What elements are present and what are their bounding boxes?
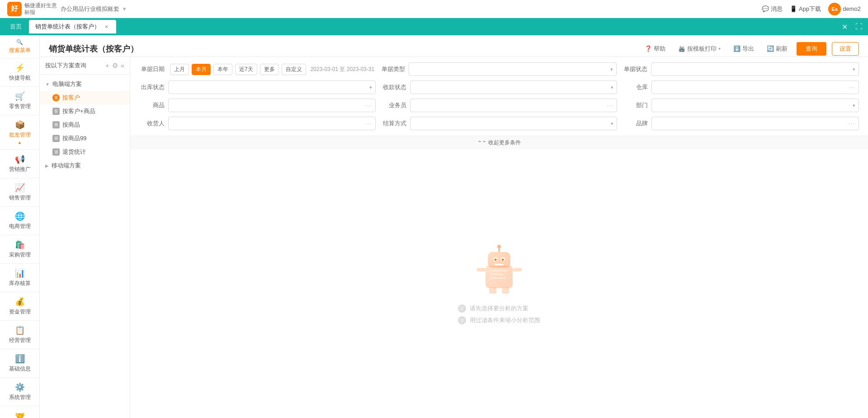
sidebar-item-cooperation[interactable]: 🤝 企业协同 bbox=[0, 406, 39, 418]
logo-icon: 好 bbox=[7, 2, 22, 16]
tree-item-return-stats[interactable]: 退 退货统计 bbox=[40, 145, 130, 159]
sidebar-item-search[interactable]: 🔍 搜索菜单 bbox=[0, 35, 39, 58]
goods-label: 商品 bbox=[139, 101, 165, 109]
operations-icon: 📋 bbox=[15, 325, 25, 335]
collapse-panel-icon[interactable]: « bbox=[121, 62, 124, 70]
query-button[interactable]: 查询 bbox=[797, 42, 826, 56]
bill-status-select[interactable]: ▾ bbox=[651, 62, 859, 76]
receive-status-select[interactable]: ▾ bbox=[410, 81, 618, 94]
tree-group-mobile[interactable]: ▶ 移动端方案 bbox=[40, 159, 130, 172]
filter-row-1: 单据日期 上月 本月 本年 近7天 更多 自定义 2023-03-01 至 20… bbox=[139, 62, 859, 76]
page-title: 销货单统计表（按客户） bbox=[49, 43, 138, 54]
add-scheme-icon[interactable]: + bbox=[105, 62, 109, 70]
brand-label: 品牌 bbox=[623, 119, 648, 128]
dropdown-icon[interactable]: ▾ bbox=[123, 5, 126, 12]
bill-type-select[interactable]: ▾ bbox=[409, 62, 617, 76]
tree-section: ▼ 电脑端方案 客 按客户 客 按客户+商品 商 按商品 bbox=[40, 75, 130, 175]
refresh-button[interactable]: 🔄 刷新 bbox=[763, 43, 791, 55]
sidebar-item-sales[interactable]: 📈 销售管理 bbox=[0, 178, 39, 207]
sidebar-item-operations[interactable]: 📋 经营管理 bbox=[0, 321, 39, 349]
bill-status-group: 单据状态 ▾ bbox=[622, 62, 859, 76]
search-icon: 🔍 bbox=[16, 39, 23, 45]
window-controls: ✕ ⛶ bbox=[839, 21, 864, 32]
warehouse-select[interactable]: ··· bbox=[651, 81, 859, 94]
sidebar-item-inventory[interactable]: 📊 库存核算 bbox=[0, 264, 39, 292]
goods-select[interactable]: ··· bbox=[168, 99, 376, 112]
receiver-group: 收货人 ··· bbox=[139, 117, 376, 130]
print-button[interactable]: 🖨️ 按模板打印 ▾ bbox=[675, 43, 724, 55]
svg-rect-13 bbox=[490, 270, 508, 271]
department-select[interactable]: ▾ bbox=[651, 99, 859, 112]
out-status-select[interactable]: ▾ bbox=[168, 81, 376, 94]
settings-scheme-icon[interactable]: ⚙ bbox=[112, 62, 118, 70]
collapse-label: 收起更多条件 bbox=[488, 139, 521, 147]
chevron-down-icon: ▼ bbox=[45, 82, 50, 87]
tree-item-by-goods[interactable]: 商 按商品 bbox=[40, 118, 130, 132]
close-window-button[interactable]: ✕ bbox=[839, 21, 850, 32]
date-btn-this-year[interactable]: 本年 bbox=[213, 64, 232, 75]
collapse-bar[interactable]: ⌃⌃ 收起更多条件 bbox=[130, 136, 868, 149]
sidebar-item-finance[interactable]: 💰 资金管理 bbox=[0, 292, 39, 321]
date-btn-custom[interactable]: 自定义 bbox=[282, 64, 306, 75]
sidebar-item-system[interactable]: ⚙️ 系统管理 bbox=[0, 378, 39, 406]
print-dropdown-icon[interactable]: ▾ bbox=[718, 46, 721, 51]
brand-select[interactable]: ··· bbox=[651, 117, 859, 130]
export-button[interactable]: ⬇️ 导出 bbox=[730, 43, 758, 55]
tree-group-desktop[interactable]: ▼ 电脑端方案 bbox=[40, 77, 130, 91]
sidebar-item-retail[interactable]: 🛒 零售管理 bbox=[0, 87, 39, 115]
user-menu[interactable]: Ea demo2 bbox=[828, 3, 861, 15]
message-button[interactable]: 💬 消息 bbox=[762, 5, 783, 13]
scheme-icon-3: 商 bbox=[52, 121, 60, 128]
hint-num-2: ② bbox=[458, 316, 466, 324]
filter-row-3: 商品 ··· 业务员 ··· bbox=[139, 99, 859, 112]
sidebar-item-marketing[interactable]: 📢 营销推广 bbox=[0, 150, 39, 178]
date-btn-more[interactable]: 更多 bbox=[260, 64, 279, 75]
body-area: 按以下方案查询 + ⚙ « ▼ 电脑端方案 客 bbox=[40, 57, 868, 418]
date-btn-last-7-days[interactable]: 近7天 bbox=[235, 64, 257, 75]
settle-method-select[interactable]: ▾ bbox=[410, 117, 618, 130]
sidebar-item-purchase[interactable]: 🛍️ 采购管理 bbox=[0, 235, 39, 264]
tree-item-customer-goods[interactable]: 客 按客户+商品 bbox=[40, 104, 130, 118]
svg-rect-14 bbox=[490, 274, 504, 275]
out-status-label: 出库状态 bbox=[139, 83, 165, 91]
date-range-text: 2023-03-01 至 2023-03-31 bbox=[311, 66, 374, 73]
marketing-icon: 📢 bbox=[15, 154, 25, 164]
app-download-button[interactable]: 📱 App下载 bbox=[790, 5, 821, 13]
cooperation-icon: 🤝 bbox=[15, 411, 25, 418]
department-group: 部门 ▾ bbox=[623, 99, 859, 112]
scheme-icon-4: 商 bbox=[52, 135, 60, 142]
svg-rect-10 bbox=[513, 268, 522, 271]
department-label: 部门 bbox=[623, 101, 648, 109]
sidebar-item-basic-info[interactable]: ℹ️ 基础信息 bbox=[0, 349, 39, 378]
receiver-select[interactable]: ··· bbox=[168, 117, 376, 130]
tab-sales-stats[interactable]: 销货单统计表（按客户） ✕ bbox=[29, 20, 116, 33]
brand-group: 品牌 ··· bbox=[623, 117, 859, 130]
svg-rect-0 bbox=[486, 266, 513, 288]
date-btn-this-month[interactable]: 本月 bbox=[192, 64, 211, 75]
help-button[interactable]: ❓ 帮助 bbox=[641, 43, 669, 55]
tab-bar: 首页 销货单统计表（按客户） ✕ ✕ ⛶ bbox=[0, 18, 868, 35]
header-right: 💬 消息 📱 App下载 Ea demo2 bbox=[762, 3, 861, 15]
settings-button[interactable]: 设置 bbox=[832, 42, 859, 56]
receiver-label: 收货人 bbox=[139, 119, 165, 128]
tree-item-by-customer[interactable]: 客 按客户 bbox=[40, 91, 130, 104]
date-btn-last-month[interactable]: 上月 bbox=[170, 64, 189, 75]
chevron-right-icon: ▶ bbox=[45, 163, 49, 168]
left-panel: 按以下方案查询 + ⚙ « ▼ 电脑端方案 客 bbox=[40, 57, 130, 418]
svg-rect-6 bbox=[495, 264, 504, 266]
content-area: 销货单统计表（按客户） ❓ 帮助 🖨️ 按模板打印 ▾ ⬇️ 导出 🔄 刷新 bbox=[40, 35, 868, 418]
download-icon: 📱 bbox=[790, 5, 797, 12]
tree-item-by-goods-99[interactable]: 商 按商品99 bbox=[40, 132, 130, 145]
sidebar-item-wholesale[interactable]: 📦 批发管理 ▲ bbox=[0, 115, 39, 150]
sidebar-item-quick-nav[interactable]: ⚡ 快捷导航 bbox=[0, 58, 39, 87]
app-subtitle: 办公用品行业模拟账套 bbox=[61, 5, 119, 13]
maximize-window-button[interactable]: ⛶ bbox=[854, 21, 864, 32]
warehouse-label: 仓库 bbox=[623, 83, 648, 91]
tab-home[interactable]: 首页 bbox=[4, 20, 28, 33]
quick-nav-icon: ⚡ bbox=[15, 63, 25, 73]
hint-num-1: ① bbox=[458, 304, 466, 313]
sidebar-item-ecommerce[interactable]: 🌐 电商管理 bbox=[0, 207, 39, 235]
tab-close-icon[interactable]: ✕ bbox=[103, 23, 110, 30]
salesman-select[interactable]: ··· bbox=[410, 99, 618, 112]
salesman-group: 业务员 ··· bbox=[381, 99, 618, 112]
